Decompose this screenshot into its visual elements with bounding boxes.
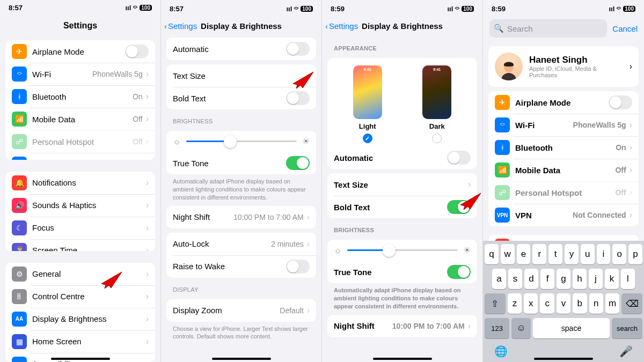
row-vpn[interactable]: VPNVPNNot Connected›: [488, 204, 639, 226]
back-button[interactable]: ‹Settings: [164, 21, 197, 31]
key-l[interactable]: l: [621, 269, 635, 289]
key-g[interactable]: g: [557, 269, 570, 289]
row-wi-fi[interactable]: ⌔Wi-FiPhoneWalls 5g›: [5, 63, 155, 85]
emoji-key[interactable]: ☺: [511, 318, 531, 338]
row-airplane-mode[interactable]: ✈Airplane Mode: [5, 40, 155, 63]
globe-icon[interactable]: 🌐: [494, 345, 508, 358]
radio-light[interactable]: [363, 134, 372, 143]
row-mobile-data[interactable]: 📶Mobile DataOff›: [488, 159, 639, 181]
key-w[interactable]: w: [501, 244, 515, 264]
key-n[interactable]: n: [589, 293, 603, 314]
shift-key[interactable]: ⇧: [485, 293, 506, 314]
row-mobile-data[interactable]: 📶Mobile DataOff›: [5, 108, 155, 130]
option-dark[interactable]: 9:41 Dark: [422, 65, 451, 143]
key-s[interactable]: s: [508, 269, 522, 289]
home-indicator: [373, 358, 432, 360]
key-q[interactable]: q: [485, 244, 499, 264]
toggle-bold-text[interactable]: [286, 91, 310, 105]
row-screen-time[interactable]: ⏳Screen Time›: [5, 239, 155, 251]
key-m[interactable]: m: [605, 293, 619, 314]
group-connectivity: ✈Airplane Mode⌔Wi-FiPhoneWalls 5g›ᚼBluet…: [5, 40, 155, 159]
key-c[interactable]: c: [540, 293, 554, 314]
row-display-brightness[interactable]: AADisplay & Brightness›: [5, 308, 155, 330]
backspace-key[interactable]: ⌫: [621, 293, 642, 314]
row-home-screen[interactable]: ▦Home Screen›: [5, 330, 155, 353]
mic-icon[interactable]: 🎤: [619, 345, 633, 358]
row-airplane-mode[interactable]: ✈Airplane Mode: [488, 91, 639, 114]
row-vpn[interactable]: VPNVPNNot Connected›: [5, 153, 155, 159]
back-button[interactable]: ‹Settings: [325, 21, 358, 31]
row-personal-hotspot[interactable]: ☍Personal HotspotOff›: [488, 181, 639, 204]
page-title: Settings: [0, 13, 160, 36]
row-automatic[interactable]: Automatic: [166, 38, 316, 60]
chevron-right-icon: ›: [630, 62, 632, 71]
radio-dark[interactable]: [432, 134, 442, 143]
search-input[interactable]: 🔍 Search: [489, 19, 607, 38]
key-r[interactable]: r: [532, 244, 546, 264]
numbers-key[interactable]: 123: [485, 318, 509, 338]
key-a[interactable]: a: [492, 269, 506, 289]
sun-max-icon: ☀: [463, 245, 471, 255]
key-x[interactable]: x: [524, 293, 538, 314]
key-v[interactable]: v: [557, 293, 570, 314]
key-k[interactable]: k: [605, 269, 619, 289]
row-raise-to-wake[interactable]: Raise to Wake: [166, 255, 316, 278]
space-key[interactable]: space: [533, 318, 610, 338]
key-j[interactable]: j: [589, 269, 603, 289]
row-night-shift[interactable]: Night Shift 10:00 PM to 7:00 AM›: [327, 315, 477, 337]
row-display-zoom[interactable]: Display Zoom Default›: [166, 299, 316, 322]
row-apple-id[interactable]: Haneet Singh Apple ID, iCloud, Media & P…: [488, 46, 639, 87]
row-bluetooth[interactable]: ᚼBluetoothOn›: [5, 85, 155, 108]
nav-title: Display & Brightness: [201, 21, 282, 31]
row-bold-text[interactable]: Bold Text: [327, 196, 477, 218]
row-true-tone[interactable]: True Tone: [166, 152, 316, 174]
row-notifications[interactable]: 🔔Notifications›: [5, 172, 155, 194]
row-night-shift[interactable]: Night Shift 10:00 PM to 7:00 AM›: [166, 206, 316, 228]
row-bold-text[interactable]: Bold Text: [166, 87, 316, 109]
row-auto-lock[interactable]: Auto-Lock 2 minutes›: [166, 233, 316, 255]
group-notifications: 🔔Notifications›🔊Sounds & Haptics›☾Focus›…: [5, 172, 155, 251]
wifi-icon: ⌔: [12, 67, 27, 82]
key-u[interactable]: u: [581, 244, 595, 264]
toggle-raise-to-wake[interactable]: [286, 260, 310, 274]
row-control-centre[interactable]: 🎚Control Centre›: [5, 285, 155, 308]
row-focus[interactable]: ☾Focus›: [5, 217, 155, 239]
search-key[interactable]: search: [612, 318, 642, 338]
home-indicator: [212, 358, 271, 360]
keyboard[interactable]: qwertyuiop asdfghjkl ⇧ zxcvbnm ⌫ 123 ☺ s…: [483, 241, 644, 362]
key-t[interactable]: t: [548, 244, 562, 264]
row-personal-hotspot[interactable]: ☍Personal HotspotOff›: [5, 130, 155, 153]
row-bluetooth[interactable]: ᚼBluetoothOn›: [488, 136, 639, 159]
toggle[interactable]: [609, 95, 632, 109]
toggle[interactable]: [125, 45, 149, 58]
toggle-automatic[interactable]: [286, 42, 310, 56]
row-value: Off: [615, 188, 626, 197]
key-b[interactable]: b: [573, 293, 587, 314]
key-z[interactable]: z: [508, 293, 522, 314]
key-i[interactable]: i: [597, 244, 611, 264]
cancel-button[interactable]: Cancel: [612, 24, 638, 33]
toggle-true-tone[interactable]: [447, 265, 471, 279]
key-p[interactable]: p: [628, 244, 642, 264]
key-d[interactable]: d: [524, 269, 538, 289]
row-sounds-haptics[interactable]: 🔊Sounds & Haptics›: [5, 194, 155, 217]
key-o[interactable]: o: [612, 244, 626, 264]
key-h[interactable]: h: [573, 269, 587, 289]
key-e[interactable]: e: [517, 244, 531, 264]
row-automatic[interactable]: Automatic: [327, 146, 477, 169]
row-wi-fi[interactable]: ⌔Wi-FiPhoneWalls 5g›: [488, 114, 639, 136]
brightness-slider[interactable]: ☼ ☀: [166, 131, 316, 152]
row-text-size[interactable]: Text Size›: [327, 173, 477, 196]
search-icon: 🔍: [494, 24, 504, 33]
toggle-true-tone[interactable]: [286, 156, 310, 170]
key-f[interactable]: f: [540, 269, 554, 289]
key-y[interactable]: y: [565, 244, 579, 264]
row-true-tone[interactable]: True Tone: [327, 261, 477, 283]
row-general[interactable]: ⚙General›: [5, 263, 155, 285]
toggle-automatic[interactable]: [447, 151, 471, 165]
status-bar: 8:59 ııl ⌔ 100: [483, 0, 644, 15]
option-light[interactable]: 9:41 Light: [353, 65, 382, 143]
chevron-right-icon: ›: [146, 292, 149, 301]
brightness-slider[interactable]: ☼ ☀: [327, 240, 477, 261]
profile-sub: Apple ID, iCloud, Media & Purchases: [529, 65, 615, 78]
